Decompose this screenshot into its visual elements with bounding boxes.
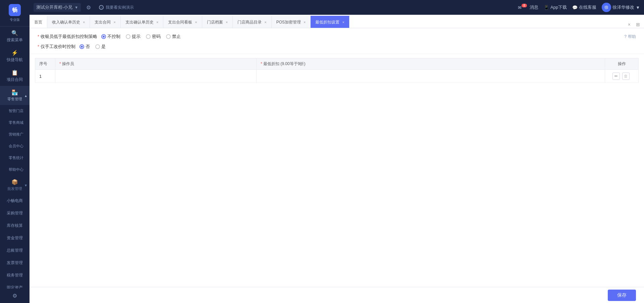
edit-row-button[interactable]: ✏ — [612, 72, 620, 80]
save-button[interactable]: 保存 — [608, 290, 636, 301]
tab-payment-confirm[interactable]: 支出确认单历史 × — [121, 16, 163, 28]
cell-seq: 1 — [35, 70, 55, 83]
tab-close-icon[interactable]: × — [195, 20, 197, 24]
tab-close-icon[interactable]: × — [113, 20, 115, 24]
topbar: 测试分开库程-小兄 ▼ ⚙ ○ 我要看实例演示 ✉ 8 消息 📱 App下载 💬… — [30, 0, 644, 15]
sidebar-item-assets[interactable]: 固定资产 — [0, 282, 30, 289]
sidebar-item-label: 零售管理 — [7, 97, 22, 102]
tab-pos-password[interactable]: POS加密管理 × — [272, 16, 311, 28]
tab-store-products[interactable]: 门店商品目录 × — [233, 16, 271, 28]
tab-home[interactable]: 首页 — [30, 16, 47, 28]
sidebar-item-label: 零售商城 — [9, 120, 23, 125]
demo-circle-icon: ○ — [99, 5, 104, 10]
tab-label: POS加密管理 — [276, 19, 301, 25]
cell-operator — [55, 70, 257, 83]
project-name: 测试分开库程-小兄 — [36, 4, 72, 10]
message-button[interactable]: ✉ 8 消息 — [518, 4, 538, 10]
col-operator: 操作员 — [55, 58, 257, 70]
sidebar-item-smart-store[interactable]: 智营门店 — [0, 105, 30, 117]
sidebar-item-ecommerce[interactable]: 小畅电商 — [0, 195, 30, 207]
sidebar-item-members[interactable]: 会员中心 — [0, 140, 30, 152]
sidebar-item-label: 小畅电商 — [7, 198, 23, 204]
table-row: 1 ✏ 🗑 — [35, 70, 639, 83]
sidebar-item-inventory[interactable]: 库存核算 — [0, 219, 30, 232]
tab-close-icon[interactable]: × — [83, 20, 85, 24]
radio-yes[interactable]: 是 — [95, 44, 106, 50]
message-icon: ✉ — [518, 5, 522, 10]
radio-label-no: 否 — [86, 44, 90, 50]
cell-actions: ✏ 🗑 — [605, 70, 639, 83]
sidebar-item-label: 快捷导航 — [7, 57, 23, 63]
tab-home-label: 首页 — [34, 19, 42, 25]
sidebar-item-accounting[interactable]: 总账管理 — [0, 244, 30, 257]
radio-forbid[interactable]: 禁止 — [166, 34, 181, 40]
sidebar-item-retail[interactable]: 🏪 零售管理 ▲ — [0, 86, 30, 105]
tab-menu-button[interactable]: ⊞ — [635, 21, 641, 28]
sidebar-item-label: 发票管理 — [7, 260, 23, 266]
tab-close-icon[interactable]: × — [342, 20, 344, 24]
sidebar-item-label: 总账管理 — [7, 248, 23, 253]
tab-label: 支出合同看板 — [168, 19, 192, 25]
radio-no-control[interactable]: 不控制 — [101, 34, 120, 40]
delete-icon: 🗑 — [624, 74, 628, 79]
tab-close-icon[interactable]: × — [156, 20, 158, 24]
tab-close-icon[interactable]: × — [264, 20, 266, 24]
sidebar-item-invoice[interactable]: 发票管理 — [0, 257, 30, 269]
radio-circle-password — [146, 34, 151, 39]
demo-link[interactable]: ○ 我要看实例演示 — [99, 5, 134, 10]
radio-circle-remind — [126, 34, 130, 39]
app-logo-label: 专业版 — [10, 17, 20, 22]
tab-label: 门店商品目录 — [237, 19, 262, 25]
app-download-label: App下载 — [550, 4, 567, 10]
user-profile-button[interactable]: 徐 徐泽华修改 ▼ — [602, 3, 640, 12]
demo-label: 我要看实例演示 — [106, 5, 134, 10]
sidebar-item-tax[interactable]: 税务管理 — [0, 269, 30, 282]
col-actions: 操作 — [605, 58, 639, 70]
topbar-settings-icon[interactable]: ⚙ — [85, 3, 92, 12]
project-selector[interactable]: 测试分开库程-小兄 ▼ — [34, 3, 81, 12]
sidebar-item-label: 智营门店 — [9, 108, 23, 113]
sidebar-item-label: 税务管理 — [7, 272, 23, 278]
user-dropdown-arrow: ▼ — [636, 5, 640, 10]
sidebar-item-help[interactable]: 帮助中心 — [0, 164, 30, 175]
app-download-button[interactable]: 📱 App下载 — [544, 4, 567, 10]
discount-table: 序号 操作员 最低折扣 (9.00等于9折) 操作 1 — [35, 58, 639, 83]
sidebar-item-retail-stats[interactable]: 零售统计 — [0, 152, 30, 164]
sidebar-item-finance[interactable]: 资金管理 — [0, 232, 30, 244]
radio-label-yes: 是 — [101, 44, 106, 50]
tab-label: 收入确认单历史 — [52, 19, 80, 25]
radio-label-remind: 提示 — [132, 34, 141, 40]
radio-label-no-control: 不控制 — [107, 34, 120, 40]
table-scroll-container: 序号 操作员 最低折扣 (9.00等于9折) 操作 1 — [35, 58, 639, 83]
sidebar-settings-button[interactable]: ⚙ — [8, 289, 21, 303]
tab-payment-contract[interactable]: 支出合同 × — [90, 16, 120, 28]
sidebar-item-quicknav[interactable]: ⚡ 快捷导航 — [0, 46, 30, 66]
tab-min-discount[interactable]: 最低折扣设置 × — [311, 16, 349, 28]
sidebar-item-label: 采购管理 — [7, 210, 23, 216]
sidebar-item-wholesale[interactable]: 📦 批发管理 ▼ — [0, 175, 30, 195]
help-button[interactable]: ? 帮助 — [624, 34, 636, 40]
main-container: 测试分开库程-小兄 ▼ ⚙ ○ 我要看实例演示 ✉ 8 消息 📱 App下载 💬… — [30, 0, 644, 303]
radio-circle-forbid — [166, 34, 171, 39]
topbar-right: ✉ 8 消息 📱 App下载 💬 在线客服 徐 徐泽华修改 ▼ — [518, 3, 640, 12]
radio-password[interactable]: 密码 — [146, 34, 161, 40]
wholesale-icon: 📦 — [11, 179, 18, 185]
online-service-button[interactable]: 💬 在线客服 — [572, 4, 596, 10]
tabbar-controls: × ⊞ — [624, 21, 644, 28]
sidebar-item-search[interactable]: 🔍 搜索菜单 — [0, 27, 30, 46]
tab-payment-board[interactable]: 支出合同看板 × — [163, 16, 202, 28]
tab-store-file[interactable]: 门店档案 × — [202, 16, 233, 28]
tab-income-confirm[interactable]: 收入确认单历史 × — [47, 16, 90, 28]
radio-no[interactable]: 否 — [79, 44, 90, 50]
radio-remind[interactable]: 提示 — [126, 34, 141, 40]
tab-label: 最低折扣设置 — [315, 19, 339, 25]
sidebar-item-marketing[interactable]: 营销推广 — [0, 129, 30, 140]
sidebar-item-project[interactable]: 📋 项目合同 — [0, 66, 30, 86]
sidebar-item-purchase[interactable]: 采购管理 — [0, 207, 30, 219]
tab-close-icon[interactable]: × — [226, 20, 228, 24]
sidebar-item-label: 帮助中心 — [9, 167, 23, 172]
delete-row-button[interactable]: 🗑 — [622, 72, 630, 80]
tab-close-icon[interactable]: × — [304, 20, 306, 24]
tab-close-all-button[interactable]: × — [627, 21, 632, 28]
sidebar-item-online-shop[interactable]: 零售商城 — [0, 117, 30, 129]
